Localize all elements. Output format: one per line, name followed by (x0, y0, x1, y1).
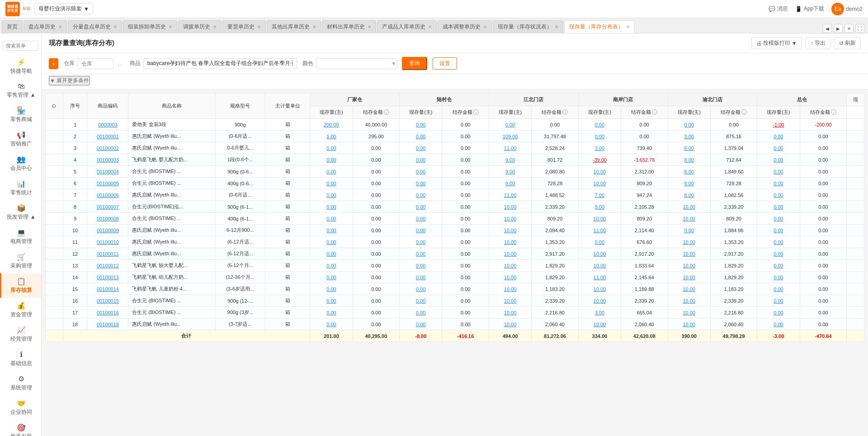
td-fc-stock[interactable]: 0.00 (310, 201, 353, 213)
tab-close-icon[interactable]: ✕ (58, 24, 62, 29)
td-nb-stock[interactable]: 11.00 (578, 272, 621, 283)
td-tot-stock[interactable]: 0.00 (757, 260, 800, 272)
td-code[interactable]: 0000003 (87, 119, 128, 131)
td-tot-stock[interactable]: 0.00 (757, 142, 800, 154)
tab-maximize[interactable]: ⛶ (855, 24, 864, 33)
tab-other_outbound[interactable]: 其他出库单历史✕ (267, 20, 321, 33)
td-jb-stock[interactable]: 9.00 (489, 178, 531, 189)
td-lc-stock[interactable]: 0.00 (400, 295, 442, 307)
td-jb-stock[interactable]: 109.00 (489, 131, 531, 142)
td-code[interactable]: 00100011 (87, 248, 128, 260)
tab-allocation[interactable]: 调拨单历史✕ (178, 20, 222, 33)
td-nb-stock[interactable]: 9.00 (578, 201, 621, 213)
td-nb-stock[interactable]: 3.00 (578, 307, 621, 319)
tab-close-icon[interactable]: ✕ (257, 24, 261, 29)
td-code[interactable]: 00100003 (87, 154, 128, 166)
td-yb-stock[interactable]: 10.00 (668, 260, 710, 272)
info-icon[interactable]: i (741, 109, 747, 115)
td-fc-stock[interactable]: 0.00 (310, 178, 353, 189)
td-lc-stock[interactable]: 0.00 (400, 178, 442, 189)
td-fc-stock[interactable]: 200.00 (310, 119, 353, 131)
td-code[interactable]: 00100010 (87, 236, 128, 248)
tab-close-icon[interactable]: ✕ (483, 24, 487, 29)
color-input[interactable] (316, 58, 397, 69)
td-lc-stock[interactable]: 0.00 (400, 319, 442, 330)
export-btn[interactable]: ↑ 导出 (806, 37, 830, 49)
td-lc-stock[interactable]: 0.00 (400, 166, 442, 178)
td-lc-stock[interactable]: 0.00 (400, 154, 442, 166)
td-lc-stock[interactable]: 0.00 (400, 236, 442, 248)
td-code[interactable]: 00100012 (87, 260, 128, 272)
tab-finished_inbound[interactable]: 产成品入库单历史✕ (377, 20, 437, 33)
td-yb-stock[interactable]: 8.00 (668, 166, 710, 178)
sidebar-item-quick_nav[interactable]: ⚡ 快捷导航 (0, 54, 41, 79)
td-yb-stock[interactable]: 10.00 (668, 319, 710, 330)
td-nb-stock[interactable]: 0.00 (578, 119, 621, 131)
td-fc-stock[interactable]: 1.00 (310, 131, 353, 142)
td-tot-stock[interactable]: 0.00 (757, 319, 800, 330)
tab-close-icon[interactable]: ✕ (213, 24, 217, 29)
td-jb-stock[interactable]: 10.00 (489, 225, 531, 236)
td-tot-stock[interactable]: 0.00 (757, 201, 800, 213)
tenant-selector[interactable]: 母婴行业演示陈套 ▼ (34, 3, 93, 14)
td-nb-stock[interactable]: 10.00 (578, 213, 621, 225)
td-fc-stock[interactable]: 0.00 (310, 236, 353, 248)
td-lc-stock[interactable]: 0.00 (400, 142, 442, 154)
tab-close-icon[interactable]: ✕ (368, 24, 371, 29)
td-yb-stock[interactable]: 10.00 (668, 201, 710, 213)
td-tot-stock[interactable]: 0.00 (757, 236, 800, 248)
td-tot-stock[interactable]: 0.00 (757, 272, 800, 283)
td-jb-stock[interactable]: 10.00 (489, 283, 531, 295)
td-fc-stock[interactable]: 0.00 (310, 225, 353, 236)
td-nb-stock[interactable]: 10.00 (578, 319, 621, 330)
td-code[interactable]: 00100004 (87, 166, 128, 178)
tab-close-icon[interactable]: ✕ (113, 24, 117, 29)
tab-close-icon[interactable]: ✕ (312, 24, 316, 29)
td-tot-stock[interactable]: 0.00 (757, 189, 800, 201)
sidebar-item-purchase_mgmt[interactable]: 🛒 采购管理 (0, 249, 41, 273)
td-tot-stock[interactable]: 0.00 (757, 307, 800, 319)
sidebar-item-retail_mall[interactable]: 🏪 零售商城 (0, 103, 41, 127)
td-jb-stock[interactable]: 10.00 (489, 236, 531, 248)
td-lc-stock[interactable]: 0.00 (400, 131, 442, 142)
expand-conditions-btn[interactable]: ▼ 展开更多条件 (49, 76, 90, 85)
td-nb-stock[interactable]: 10.00 (578, 178, 621, 189)
sidebar-item-marketing[interactable]: 📢 营销推广 (0, 127, 41, 151)
td-fc-stock[interactable]: 0.00 (310, 260, 353, 272)
sidebar-item-retail_mgmt[interactable]: 🛍 零售管理 ▲ (0, 79, 41, 103)
sidebar-item-basic_info[interactable]: ℹ 基础信息 (0, 347, 41, 371)
info-icon[interactable]: i (562, 109, 568, 115)
td-fc-stock[interactable]: 0.00 (310, 295, 353, 307)
td-tot-stock[interactable]: 0.00 (757, 131, 800, 142)
td-code[interactable]: 00100015 (87, 295, 128, 307)
td-nb-stock[interactable]: 7.00 (578, 189, 621, 201)
tab-nav-right[interactable]: ▶ (834, 24, 843, 33)
td-lc-stock[interactable]: 0.00 (400, 213, 442, 225)
sidebar-item-operations_mgmt[interactable]: 📈 经营管理 (0, 322, 41, 347)
td-jb-stock[interactable]: 0.00 (489, 119, 531, 131)
td-lc-stock[interactable]: 0.00 (400, 260, 442, 272)
td-tot-stock[interactable]: 0.00 (757, 248, 800, 260)
td-jb-stock[interactable]: 10.00 (489, 272, 531, 283)
td-fc-stock[interactable]: 0.00 (310, 283, 353, 295)
message-btn[interactable]: 💬 消息 (769, 5, 788, 13)
td-fc-stock[interactable]: 0.00 (310, 154, 353, 166)
td-jb-stock[interactable]: 10.00 (489, 201, 531, 213)
tab-stock_status[interactable]: 现存量（库存状况表）✕ (493, 20, 563, 33)
tab-inventory_single[interactable]: 盘点单历史✕ (24, 20, 67, 33)
td-code[interactable]: 00100006 (87, 189, 128, 201)
td-jb-stock[interactable]: 10.00 (489, 319, 531, 330)
td-yb-stock[interactable]: 3.00 (668, 131, 710, 142)
td-tot-stock[interactable]: 0.00 (757, 225, 800, 236)
sidebar-item-enterprise_collab[interactable]: 🤝 企业协同 (0, 395, 41, 420)
td-jb-stock[interactable]: 10.00 (489, 248, 531, 260)
td-code[interactable]: 00100008 (87, 213, 128, 225)
td-lc-stock[interactable]: 0.00 (400, 119, 442, 131)
search-input[interactable] (3, 41, 38, 51)
td-tot-stock[interactable]: 0.00 (757, 178, 800, 189)
sidebar-item-ecom_mgmt[interactable]: 💻 电商管理 (0, 225, 41, 249)
tab-cost_adjustment[interactable]: 成本调整单历史✕ (438, 20, 492, 33)
td-code[interactable]: 00100014 (87, 283, 128, 295)
td-code[interactable]: 00100007 (87, 201, 128, 213)
tab-close-icon[interactable]: ✕ (555, 24, 558, 29)
